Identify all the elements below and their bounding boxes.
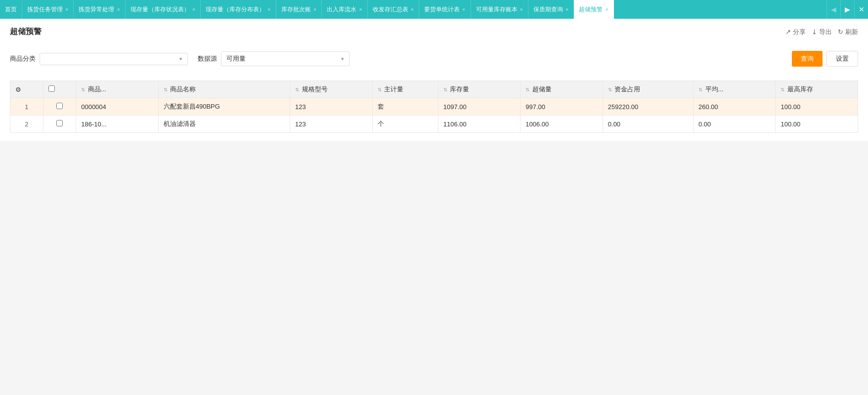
query-button[interactable]: 查询 <box>792 51 823 67</box>
row-avg: 260.00 <box>693 98 776 116</box>
datasource-select[interactable]: 可用量 ▾ <box>221 51 349 66</box>
export-label: 导出 <box>819 28 832 37</box>
col-spec[interactable]: ⇅ 规格型号 <box>290 81 373 98</box>
col-avg-label: 平均... <box>705 85 724 93</box>
nav-shelflife-label: 保质期查询 <box>533 5 563 14</box>
nav-inventory-dist-close[interactable]: × <box>267 6 270 12</box>
col-unit-label: 主计量 <box>384 85 403 93</box>
nav-demand-close[interactable]: × <box>462 6 465 12</box>
nav-inventory-status-close[interactable]: × <box>192 6 195 12</box>
nav-overstock-close[interactable]: × <box>605 6 608 12</box>
nav-bar: 首页 拣货任务管理 × 拣货异常处理 × 现存量（库存状况表） × 现存量（库存… <box>0 0 868 19</box>
col-max-stock[interactable]: ⇅ 最高库存 <box>776 81 858 98</box>
page-header: 超储预警 ↗ 分享 ⤓ 导出 ↻ 刷新 <box>10 27 858 37</box>
share-label: 分享 <box>793 28 806 37</box>
row-overstock: 997.00 <box>521 98 603 116</box>
share-link[interactable]: ↗ 分享 <box>785 28 806 37</box>
nav-shelflife-close[interactable]: × <box>565 6 568 12</box>
sort-icon: ⇅ <box>698 87 702 92</box>
row-checkbox-cell[interactable] <box>43 116 76 133</box>
col-max-stock-label: 最高库存 <box>787 85 813 93</box>
category-chevron-icon: ▾ <box>179 56 182 62</box>
select-all-checkbox[interactable] <box>48 85 55 92</box>
row-capital: 0.00 <box>603 116 693 133</box>
nav-overstock[interactable]: 超储预警 × <box>574 0 613 19</box>
export-link[interactable]: ⤓ 导出 <box>812 28 832 37</box>
row-avg: 0.00 <box>693 116 776 133</box>
row-product-code: 186-10... <box>76 116 159 133</box>
nav-batch[interactable]: 库存批次账 × <box>276 0 322 19</box>
col-product-code[interactable]: ⇅ 商品... <box>76 81 159 98</box>
row-checkbox[interactable] <box>56 103 63 109</box>
col-stock[interactable]: ⇅ 库存量 <box>438 81 521 98</box>
col-unit[interactable]: ⇅ 主计量 <box>372 81 438 98</box>
sort-icon: ⇅ <box>781 87 784 92</box>
nav-shelflife[interactable]: 保质期查询 × <box>528 0 574 19</box>
nav-task-mgmt-label: 拣货任务管理 <box>27 5 63 14</box>
nav-inventory-status[interactable]: 现存量（库存状况表） × <box>126 0 201 19</box>
export-icon: ⤓ <box>812 28 817 36</box>
nav-inout[interactable]: 出入库流水 × <box>322 0 367 19</box>
col-capital[interactable]: ⇅ 资金占用 <box>603 81 693 98</box>
refresh-icon: ↻ <box>838 28 843 36</box>
nav-prev-button[interactable]: ◀ <box>826 0 840 19</box>
row-spec: 123 <box>290 116 373 133</box>
col-capital-label: 资金占用 <box>614 85 640 93</box>
nav-receive[interactable]: 收发存汇总表 × <box>368 0 419 19</box>
col-overstock[interactable]: ⇅ 超储量 <box>521 81 603 98</box>
table-body: 1 0000004 六配套新昌490BPG 123 套 1097.00 997.… <box>10 98 858 133</box>
sort-icon: ⇅ <box>378 87 382 92</box>
nav-inout-close[interactable]: × <box>359 6 362 12</box>
sort-icon: ⇅ <box>295 87 299 92</box>
nav-receive-close[interactable]: × <box>411 6 414 12</box>
nav-abnormal[interactable]: 拣货异常处理 × <box>74 0 125 19</box>
col-select-all[interactable] <box>43 81 76 98</box>
nav-inventory-dist[interactable]: 现存量（库存分布表） × <box>201 0 276 19</box>
nav-task-mgmt[interactable]: 拣货任务管理 × <box>22 0 74 19</box>
row-unit: 个 <box>372 116 438 133</box>
nav-available[interactable]: 可用量库存账本 × <box>471 0 528 19</box>
sort-icon: ⇅ <box>164 87 168 92</box>
category-select[interactable]: ▾ <box>40 53 188 65</box>
table-header-row: ⚙ ⇅ 商品... ⇅ 商品名称 ⇅ 规格型号 ⇅ <box>10 81 858 98</box>
sort-icon: ⇅ <box>443 87 447 92</box>
sort-icon: ⇅ <box>525 87 529 92</box>
nav-inout-label: 出入库流水 <box>327 5 356 14</box>
nav-next-button[interactable]: ▶ <box>840 0 854 19</box>
nav-abnormal-close[interactable]: × <box>117 6 120 12</box>
page-title: 超储预警 <box>10 27 42 37</box>
nav-close-all-button[interactable]: ✕ <box>854 0 868 19</box>
share-icon: ↗ <box>785 28 791 36</box>
col-product-code-label: 商品... <box>88 85 106 93</box>
col-stock-label: 库存量 <box>450 85 469 93</box>
nav-demand-label: 要货单统计表 <box>424 5 460 14</box>
nav-task-mgmt-close[interactable]: × <box>65 6 68 12</box>
nav-available-close[interactable]: × <box>520 6 523 12</box>
nav-abnormal-label: 拣货异常处理 <box>79 5 114 14</box>
datasource-label: 数据源 <box>198 54 217 63</box>
col-product-name[interactable]: ⇅ 商品名称 <box>158 81 290 98</box>
col-overstock-label: 超储量 <box>532 85 552 93</box>
row-overstock: 1006.00 <box>521 116 603 133</box>
header-actions: ↗ 分享 ⤓ 导出 ↻ 刷新 <box>785 28 858 37</box>
row-capital: 259220.00 <box>603 98 693 116</box>
nav-demand[interactable]: 要货单统计表 × <box>419 0 471 19</box>
row-num: 2 <box>10 116 43 133</box>
nav-arrows: ◀ ▶ ✕ <box>826 0 868 19</box>
category-filter: 商品分类 ▾ <box>10 53 188 65</box>
col-gear[interactable]: ⚙ <box>10 81 43 98</box>
refresh-link[interactable]: ↻ 刷新 <box>838 28 858 37</box>
row-checkbox[interactable] <box>56 120 63 126</box>
nav-batch-close[interactable]: × <box>313 6 316 12</box>
nav-home[interactable]: 首页 <box>0 0 22 19</box>
settings-button[interactable]: 设置 <box>826 51 858 67</box>
col-spec-label: 规格型号 <box>302 85 328 93</box>
gear-icon: ⚙ <box>15 86 21 93</box>
filter-actions: 查询 设置 <box>792 51 858 67</box>
row-checkbox-cell[interactable] <box>43 98 76 116</box>
row-num: 1 <box>10 98 43 116</box>
sort-icon: ⇅ <box>608 87 612 92</box>
refresh-label: 刷新 <box>845 28 858 37</box>
nav-batch-label: 库存批次账 <box>281 5 311 14</box>
col-avg[interactable]: ⇅ 平均... <box>693 81 776 98</box>
